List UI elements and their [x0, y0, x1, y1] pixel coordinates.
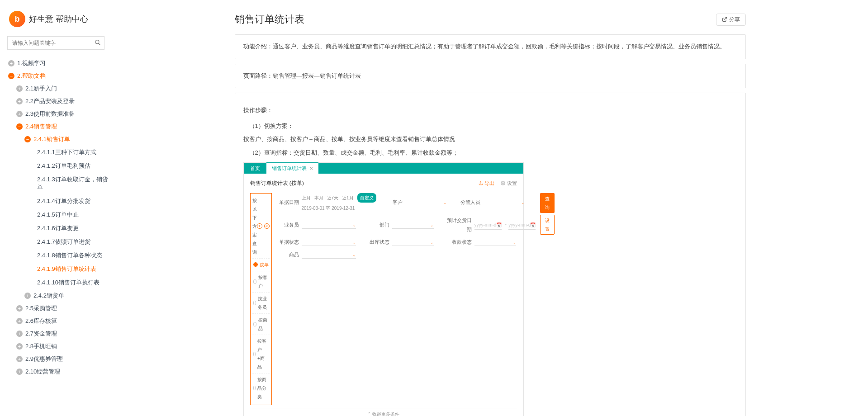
plus-icon: + — [16, 111, 23, 117]
collapse-more[interactable]: ⌃ 收起更多条件 — [250, 408, 517, 416]
path-label: 页面路径： — [243, 72, 273, 79]
nav-label: 2.2产品安装及登录 — [25, 97, 75, 105]
gear-icon — [501, 181, 505, 185]
chevron-down-icon: ⌄ — [352, 222, 356, 229]
nav-2-4-1-10[interactable]: 2.4.1.10销售订单执行表 — [0, 276, 112, 289]
scheme-item[interactable]: 按商品 — [252, 313, 270, 335]
share-button[interactable]: 分享 — [716, 14, 746, 26]
f-salesman-input[interactable]: ⌄ — [302, 222, 356, 229]
f-expectdate-from[interactable]: yyyy-mm-dd📅 — [474, 221, 502, 230]
scheme-header-label: 按以下方案查询 — [252, 196, 257, 256]
f-expectdate-to[interactable]: yyyy-mm-dd📅 — [508, 221, 536, 230]
tab-home[interactable]: 首页 — [244, 163, 266, 174]
nav-2-3[interactable]: +2.3使用前数据准备 — [0, 108, 112, 120]
search-input[interactable] — [7, 36, 104, 50]
intro-card: 功能介绍：通过客户、业务员、商品等维度查询销售订单的明细汇总情况；有助于管理者了… — [235, 34, 746, 59]
plus-icon: + — [16, 331, 23, 337]
logo-icon: b — [9, 11, 25, 27]
nav-2-4-1-6[interactable]: 2.4.1.6订单变更 — [0, 222, 112, 235]
query-button[interactable]: 查询 — [540, 193, 555, 213]
nav-label: 2.4.2销货单 — [33, 292, 64, 300]
plus-icon: + — [16, 305, 23, 312]
close-icon[interactable]: ✕ — [309, 164, 313, 173]
f-product-input[interactable]: ⌄ — [302, 251, 356, 259]
scheme-item[interactable]: 按商品分类 — [252, 373, 270, 403]
f-outstatus-label: 出库状态 — [367, 238, 389, 247]
nav-2-4-2[interactable]: +2.4.2销货单 — [0, 289, 112, 302]
nav-label: 2.帮助文档 — [17, 72, 46, 80]
date-opt[interactable]: 本月 — [314, 194, 323, 202]
nav-2-4-1-5[interactable]: 2.4.1.5订单中止 — [0, 208, 112, 222]
nav-2-5[interactable]: +2.5采购管理 — [0, 302, 112, 315]
nav-2-8[interactable]: +2.8手机旺铺 — [0, 340, 112, 353]
date-opt-custom[interactable]: 自定义 — [357, 193, 376, 203]
path-text: 销售管理—报表—销售订单统计表 — [273, 72, 361, 79]
settings-label: 设置 — [507, 180, 517, 186]
nav-2-4-1-9[interactable]: 2.4.1.9销售订单统计表 — [0, 262, 112, 276]
nav-label: 2.7资金管理 — [25, 330, 57, 338]
nav-2-4-1-7[interactable]: 2.4.1.7依照订单进货 — [0, 235, 112, 249]
scheme-item[interactable]: 按客户 — [252, 271, 270, 292]
nav-label: 2.1新手入门 — [25, 85, 57, 93]
nav-2-9[interactable]: +2.9优惠券管理 — [0, 353, 112, 365]
scheme-item[interactable]: 按业务员 — [252, 292, 270, 313]
search-icon[interactable] — [95, 39, 101, 47]
nav-2-6[interactable]: +2.6库存核算 — [0, 315, 112, 327]
sidebar: b 好生意 帮助中心 +1.视频学习 −2.帮助文档 +2.1新手入门 +2.2… — [0, 0, 112, 416]
page-title-row: 销售订单统计表 分享 — [235, 13, 746, 26]
tab-active[interactable]: 销售订单统计表✕ — [266, 162, 318, 174]
nav-2-7[interactable]: +2.7资金管理 — [0, 327, 112, 340]
f-dept-input[interactable]: ⌄ — [392, 222, 434, 229]
nav-2-4-1-2[interactable]: 2.4.1.2订单毛利预估 — [0, 159, 112, 173]
nav-2-4-1-4[interactable]: 2.4.1.4订单分批发货 — [0, 194, 112, 208]
path-card: 页面路径：销售管理—报表—销售订单统计表 — [235, 64, 746, 89]
nav-label: 2.6库存核算 — [25, 317, 57, 325]
export-icon — [479, 181, 483, 185]
nav-2-4-1-3[interactable]: 2.4.1.3订单收取订金，销货单 — [0, 173, 112, 194]
plus-icon: + — [24, 293, 31, 299]
nav-2-4-1-1[interactable]: 2.4.1.1三种下订单方式 — [0, 146, 112, 159]
add-scheme-icon[interactable]: + — [257, 223, 262, 229]
date-opt[interactable]: 近7天 — [327, 194, 339, 202]
export-link[interactable]: 导出 — [479, 179, 494, 188]
nav-2-4-1-8[interactable]: 2.4.1.8销售订单各种状态 — [0, 249, 112, 262]
nav-2-4-1[interactable]: −2.4.1销售订单 — [0, 133, 112, 146]
export-label: 导出 — [484, 180, 494, 186]
f-owner-input[interactable]: ⌄ — [483, 199, 525, 206]
logo-text: 好生意 帮助中心 — [29, 14, 88, 24]
nav-2-1[interactable]: +2.1新手入门 — [0, 82, 112, 95]
config-button[interactable]: 设置 — [540, 215, 555, 235]
nav-help-docs[interactable]: −2.帮助文档 — [0, 70, 112, 82]
chevron-down-icon: ⌄ — [430, 239, 434, 246]
chevron-down-icon: ⌄ — [512, 239, 516, 246]
date-toggle[interactable]: 上月 本月 近7天 近1月 自定义 — [302, 193, 376, 203]
f-salesman-label: 业务员 — [276, 221, 299, 230]
date-opt[interactable]: 上月 — [302, 194, 311, 202]
nav-label: 2.9优惠券管理 — [25, 355, 63, 363]
scheme-item[interactable]: 按单 — [252, 258, 270, 271]
f-product-label: 商品 — [276, 251, 299, 260]
nav-video-learning[interactable]: +1.视频学习 — [0, 57, 112, 70]
share-icon — [722, 17, 727, 22]
radio-icon — [253, 386, 256, 390]
f-status-input[interactable]: ⌄ — [302, 239, 356, 246]
tab-label: 销售订单统计表 — [272, 164, 307, 173]
step1: （1）切换方案： — [243, 120, 737, 132]
f-paystatus-input[interactable]: ⌄ — [474, 239, 516, 246]
svg-point-4 — [503, 183, 504, 184]
date-sep: ~ — [505, 221, 508, 229]
nav-2-4[interactable]: −2.4销售管理 — [0, 120, 112, 133]
nav-2-2[interactable]: +2.2产品安装及登录 — [0, 95, 112, 108]
scheme-item[interactable]: 按客户+商品 — [252, 335, 270, 373]
chevron-down-icon: ⌄ — [443, 199, 447, 207]
radio-icon — [253, 301, 256, 305]
settings-link[interactable]: 设置 — [501, 179, 517, 188]
f-outstatus-input[interactable]: ⌄ — [392, 239, 434, 246]
collapse-scheme-icon[interactable]: « — [264, 223, 270, 229]
date-opt[interactable]: 近1月 — [342, 194, 354, 202]
nav-label: 2.10经营管理 — [25, 368, 60, 376]
f-customer-input[interactable]: ⌄ — [405, 199, 447, 206]
steps-label: 操作步骤： — [243, 105, 737, 116]
nav-2-10[interactable]: +2.10经营管理 — [0, 365, 112, 378]
svg-line-2 — [724, 18, 727, 20]
